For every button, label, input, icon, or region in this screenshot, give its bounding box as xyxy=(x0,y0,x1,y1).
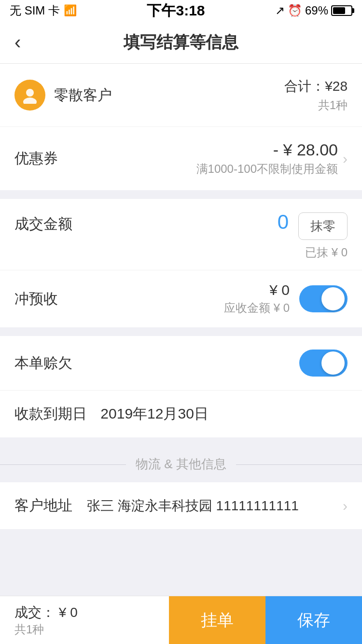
customer-section: 零散客户 合计：¥28 共1种 优惠券 - ¥ 28.00 满1000-100不… xyxy=(0,64,362,190)
coupon-label: 优惠券 xyxy=(14,149,58,168)
deal-row: 成交金额 0 抹零 xyxy=(0,199,362,245)
info-section-header: 物流 & 其他信息 xyxy=(0,446,362,482)
bottom-deal: 成交： ¥ 0 xyxy=(14,603,154,622)
customer-name: 零散客户 xyxy=(54,85,112,105)
deal-label: 成交金额 xyxy=(14,210,72,234)
bottom-deal-amount: ¥ 0 xyxy=(59,605,78,620)
battery-icon xyxy=(331,5,352,16)
no-sim-text: 无 SIM 卡 xyxy=(10,3,60,18)
precollect-row: 冲预收 ¥ 0 应收金额 ¥ 0 xyxy=(0,270,362,327)
address-row[interactable]: 客户地址 张三 海淀永丰科技园 11111111111 › xyxy=(0,482,362,529)
deal-right: 0 抹零 xyxy=(278,210,348,240)
precollect-right: ¥ 0 应收金额 ¥ 0 xyxy=(224,282,348,316)
bottom-summary: 成交： ¥ 0 共1种 xyxy=(0,603,169,637)
battery-fill xyxy=(333,7,345,14)
customer-total: 合计：¥28 共1种 xyxy=(284,77,348,113)
back-button[interactable]: ‹ xyxy=(14,31,21,53)
due-date-value: 2019年12月30日 xyxy=(100,406,208,421)
battery-text: 69% xyxy=(305,4,328,17)
round-button[interactable]: 抹零 xyxy=(298,212,348,240)
already-rounded: 已抹 ¥ 0 xyxy=(0,245,362,270)
address-label: 客户地址 xyxy=(14,496,72,516)
precollect-toggle[interactable] xyxy=(299,285,348,312)
status-right: ↗ ⏰ 69% xyxy=(275,4,352,17)
hold-button[interactable]: 挂单 xyxy=(169,596,265,644)
toggle-knob xyxy=(321,287,345,310)
svg-point-0 xyxy=(26,89,34,97)
total-count: 共1种 xyxy=(284,98,348,113)
avatar xyxy=(14,80,45,111)
due-date-row: 收款到期日 2019年12月30日 xyxy=(0,390,362,437)
deal-amount: 0 xyxy=(278,210,289,234)
bottom-bar: 成交： ¥ 0 共1种 挂单 保存 xyxy=(0,596,362,644)
status-left: 无 SIM 卡 📶 xyxy=(10,3,77,18)
credit-row: 本单赊欠 xyxy=(0,336,362,390)
bottom-deal-label: 成交： xyxy=(14,605,55,620)
total-label: 合计：¥28 xyxy=(284,77,348,96)
precollect-amount: ¥ 0 应收金额 ¥ 0 xyxy=(224,282,290,316)
due-date-label: 收款到期日 xyxy=(14,406,87,421)
credit-label: 本单赊欠 xyxy=(14,353,72,373)
bottom-count: 共1种 xyxy=(14,622,154,637)
deal-section: 成交金额 0 抹零 已抹 ¥ 0 冲预收 ¥ 0 应收金额 ¥ 0 xyxy=(0,199,362,327)
precollect-sub: 应收金额 ¥ 0 xyxy=(224,300,290,316)
wifi-icon: 📶 xyxy=(64,4,77,17)
credit-section: 本单赊欠 收款到期日 2019年12月30日 xyxy=(0,336,362,437)
address-chevron-icon: › xyxy=(343,498,348,514)
coupon-amount: - ¥ 28.00 xyxy=(196,140,338,159)
credit-toggle[interactable] xyxy=(299,350,348,377)
customer-row: 零散客户 合计：¥28 共1种 xyxy=(0,64,362,127)
alarm-icon: ⏰ xyxy=(288,4,302,17)
info-header-text: 物流 & 其他信息 xyxy=(126,456,236,473)
precollect-main: ¥ 0 xyxy=(224,282,290,298)
nav-bar: ‹ 填写结算等信息 xyxy=(0,21,362,64)
address-section: 客户地址 张三 海淀永丰科技园 11111111111 › xyxy=(0,482,362,529)
svg-point-1 xyxy=(23,98,37,104)
coupon-desc: 满1000-100不限制使用金额 xyxy=(196,161,338,177)
credit-toggle-knob xyxy=(321,351,345,375)
save-button[interactable]: 保存 xyxy=(265,596,362,644)
status-bar: 无 SIM 卡 📶 下午3:18 ↗ ⏰ 69% xyxy=(0,0,362,21)
chevron-right-icon: › xyxy=(343,151,348,167)
address-value: 张三 海淀永丰科技园 11111111111 xyxy=(87,497,343,515)
status-time: 下午3:18 xyxy=(147,1,205,21)
page-title: 填写结算等信息 xyxy=(124,31,238,54)
coupon-row[interactable]: 优惠券 - ¥ 28.00 满1000-100不限制使用金额 › xyxy=(0,127,362,190)
location-icon: ↗ xyxy=(275,4,285,17)
precollect-label: 冲预收 xyxy=(14,289,58,309)
customer-info: 零散客户 xyxy=(14,80,112,111)
